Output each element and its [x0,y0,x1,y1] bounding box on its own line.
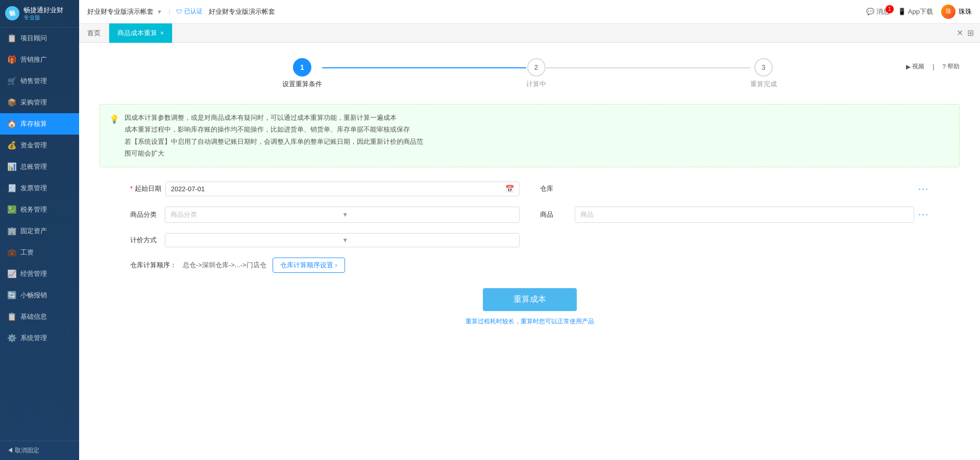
sidebar-item-accounting[interactable]: 📊 总账管理 [0,156,79,177]
operation-icon: 📈 [7,269,16,278]
form-row-2: 商品分类 商品分类 ▼ 商品 商品 ··· [130,207,929,223]
divider: | [933,63,934,70]
start-date-input-wrap[interactable]: 📅 [165,182,520,196]
pricing-label: 计价方式 [130,236,161,245]
message-badge: 1 [886,5,894,13]
unpin-button[interactable]: ◀ 取消固定 [0,441,79,460]
marketing-icon: 🎁 [7,55,16,64]
category-select[interactable]: 商品分类 ▼ [165,207,520,223]
warehouse-order-settings-button[interactable]: 仓库计算顺序设置 › [273,258,345,273]
step-1-circle: 1 [293,58,311,76]
calendar-icon[interactable]: 📅 [505,185,514,193]
sidebar-item-operation[interactable]: 📈 经营管理 [0,263,79,285]
recalc-button[interactable]: 重算成本 [483,288,577,311]
basic-icon: 📋 [7,312,16,321]
tax-icon: 💹 [7,205,16,214]
info-text: 因成本计算参数调整，或是对商品成本有疑问时，可以通过成本重算功能，重新计算一遍成… [125,112,423,160]
topbar: 好业财专业版演示帐套 ▼ | 🛡 已认证 好业财专业版演示帐套 💬 消息 1 📱… [79,0,980,23]
invoice-icon: 🧾 [7,184,16,193]
purchase-icon: 📦 [7,98,16,107]
product-select-button[interactable]: ··· [918,209,929,220]
start-date-input[interactable] [171,182,505,196]
step-3: 3 重算完成 [750,58,777,89]
form-section: 起始日期 📅 仓库 ··· 商品分类 商品分类 [100,182,960,273]
close-window-icon[interactable]: ✕ [957,28,963,38]
message-button[interactable]: 💬 消息 1 [866,7,890,16]
tabbar: 首页 商品成本重算 × ✕ ⊞ [79,23,980,43]
sidebar-item-tax[interactable]: 💹 税务管理 [0,199,79,220]
sidebar-item-marketing[interactable]: 🎁 营销推广 [0,49,79,70]
project-icon: 📋 [7,34,16,43]
info-box: 💡 因成本计算参数调整，或是对商品成本有疑问时，可以通过成本重算功能，重新计算一… [100,104,960,167]
tab-cost-recalc[interactable]: 商品成本重算 × [109,23,173,43]
inventory-icon: 🏠 [7,119,16,129]
sidebar-item-salary[interactable]: 💼 工资 [0,242,79,263]
sidebar-item-project[interactable]: 📋 项目顾问 [0,28,79,49]
phone-icon: 📱 [898,8,906,15]
warehouse-select-button[interactable]: ··· [918,184,929,194]
sidebar-nav: 📋 项目顾问 🎁 营销推广 🛒 销售管理 📦 采购管理 🏠 库存核算 💰 资金管… [0,28,79,441]
product-field: 商品 商品 ··· [540,207,929,223]
sidebar-item-finance[interactable]: 💰 资金管理 [0,135,79,156]
topbar-right: 💬 消息 1 📱 App下载 珠 珠珠 [866,5,972,19]
user-menu[interactable]: 珠 珠珠 [941,5,972,19]
account-selector[interactable]: 好业财专业版演示帐套 ▼ [87,7,162,16]
sales-icon: 🛒 [7,76,16,86]
pricing-select[interactable]: ▼ [165,233,520,247]
warehouse-label: 仓库 [540,184,571,193]
help-button[interactable]: ? 帮助 [942,62,960,71]
app-download-button[interactable]: 📱 App下载 [898,7,933,16]
category-label: 商品分类 [130,210,161,219]
sidebar-item-basic[interactable]: 📋 基础信息 [0,306,79,327]
expense-icon: 🔄 [7,291,16,300]
pricing-field: 计价方式 ▼ [130,233,520,247]
shield-icon: 🛡 [176,8,182,15]
topbar-divider: | [168,8,170,15]
tab-home[interactable]: 首页 [79,23,109,43]
sidebar-item-assets[interactable]: 🏢 固定资产 [0,220,79,242]
video-button[interactable]: ▶ 视频 [906,62,924,71]
recalc-hint: 重算过程耗时较长，重算时您可以正常使用产品 [465,317,594,326]
recalc-section: 重算成本 重算过程耗时较长，重算时您可以正常使用产品 [100,288,960,326]
salary-icon: 💼 [7,248,16,257]
sidebar-item-invoice[interactable]: 🧾 发票管理 [0,177,79,199]
sidebar-item-sales[interactable]: 🛒 销售管理 [0,70,79,92]
avatar: 珠 [941,5,955,19]
tab-close-icon[interactable]: × [160,30,164,37]
step-1: 1 设置重算条件 [282,58,322,89]
chevron-down-icon: ▼ [342,208,513,221]
step-3-label: 重算完成 [750,80,777,89]
sidebar-item-expense[interactable]: 🔄 小畅报销 [0,285,79,306]
sidebar-item-inventory[interactable]: 🏠 库存核算 [0,113,79,135]
sidebar-item-purchase[interactable]: 📦 采购管理 [0,92,79,113]
pricing-chevron-icon: ▼ [342,234,513,247]
category-field: 商品分类 商品分类 ▼ [130,207,520,223]
verified-badge: 🛡 已认证 [176,7,203,16]
message-icon: 💬 [866,8,874,15]
warehouse-order-label: 仓库计算顺序： [130,261,177,270]
stepper: 1 设置重算条件 2 计算中 3 重算完成 ▶ 视 [100,58,960,89]
start-date-field: 起始日期 📅 [130,182,520,196]
play-icon: ▶ [906,63,911,70]
step-line-2 [546,67,750,68]
step-2-circle: 2 [527,58,546,76]
product-input-wrap: 商品 [575,207,914,223]
warehouse-order-value: 总仓->深圳仓库->...->门店仓 [183,261,266,270]
window-controls: ✕ ⊞ [950,28,980,38]
expand-window-icon[interactable]: ⊞ [967,28,974,38]
company-name: 好业财专业版演示帐套 [209,7,275,16]
dropdown-icon: ▼ [157,9,162,15]
step-2: 2 计算中 [526,58,546,89]
finance-icon: 💰 [7,141,16,150]
logo-text: 畅捷通好业财 专业版 [23,6,63,21]
warehouse-order-row: 仓库计算顺序： 总仓->深圳仓库->...->门店仓 仓库计算顺序设置 › [130,258,929,273]
accounting-icon: 📊 [7,162,16,171]
form-row-1: 起始日期 📅 仓库 ··· [130,182,929,196]
form-row-3: 计价方式 ▼ [130,233,929,247]
sidebar: 畅 畅捷通好业财 专业版 📋 项目顾问 🎁 营销推广 🛒 销售管理 📦 采购管理… [0,0,79,460]
sidebar-item-system[interactable]: ⚙️ 系统管理 [0,327,79,349]
step-2-label: 计算中 [526,80,546,89]
main-area: 好业财专业版演示帐套 ▼ | 🛡 已认证 好业财专业版演示帐套 💬 消息 1 📱… [79,0,980,460]
step-line-1 [322,67,526,68]
logo-icon: 畅 [5,6,19,20]
